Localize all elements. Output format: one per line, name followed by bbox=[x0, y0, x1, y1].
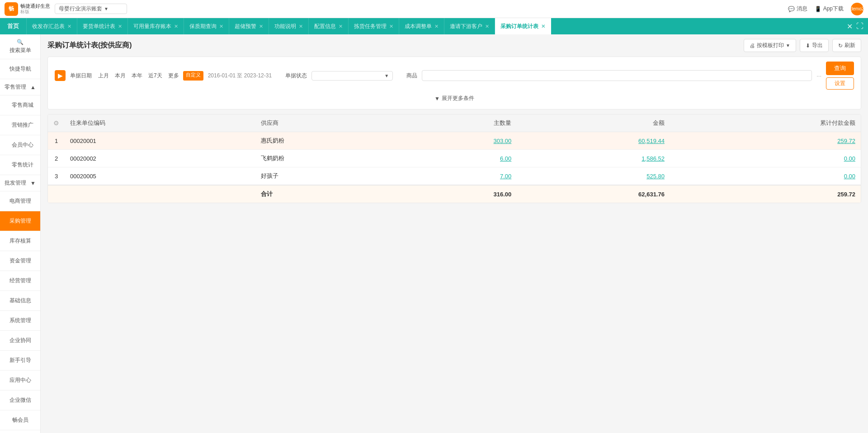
print-icon: 🖨 bbox=[750, 43, 755, 49]
sidebar-item-retail[interactable]: 零售管理 ▲ bbox=[0, 79, 40, 95]
expand-conditions-button[interactable]: ▼ 展开更多条件 bbox=[430, 92, 479, 105]
shortcut-last-month[interactable]: 上月 bbox=[96, 71, 111, 81]
row-code: 00020002 bbox=[65, 150, 255, 167]
refresh-icon: ↻ bbox=[838, 43, 843, 49]
sidebar-item-ecommerce[interactable]: 电商管理 bbox=[0, 191, 40, 211]
sidebar-item-inventory[interactable]: 库存核算 bbox=[0, 231, 40, 251]
tab-income-summary[interactable]: 收发存汇总表 ✕ bbox=[27, 18, 77, 34]
shortcut-7days[interactable]: 近7天 bbox=[146, 71, 164, 81]
goods-filter-input[interactable] bbox=[422, 70, 812, 81]
sidebar-item-operations[interactable]: 经营管理 bbox=[0, 271, 40, 291]
chevron-down-icon: ▼ bbox=[786, 43, 790, 48]
close-icon[interactable]: ✕ bbox=[541, 24, 545, 29]
chevron-up-icon: ▲ bbox=[30, 84, 36, 90]
sidebar-item-vip[interactable]: 畅会员 bbox=[0, 410, 40, 430]
shortcut-this-year[interactable]: 本年 bbox=[130, 71, 144, 81]
filter-row-main: ▶ 单据日期 上月 本月 本年 近7天 更多 自定义 2016-01-01 至 … bbox=[55, 62, 854, 90]
sidebar-item-quick-nav[interactable]: 快捷导航 bbox=[0, 59, 40, 79]
download-icon: 📱 bbox=[815, 6, 821, 12]
table-row[interactable]: 1 00020001 惠氏奶粉 303.00 60,519.44 259.72 bbox=[48, 132, 861, 150]
row-number: 1 bbox=[48, 132, 65, 150]
shortcut-this-month[interactable]: 本月 bbox=[113, 71, 127, 81]
close-icon[interactable]: ✕ bbox=[67, 24, 71, 29]
chevron-down-icon: ▼ bbox=[434, 95, 440, 102]
expand-row: ▼ 展开更多条件 bbox=[55, 92, 854, 105]
data-table: ⚙ 往来单位编码 供应商 主数量 金额 累计付款金额 1 00020001 惠氏… bbox=[48, 114, 861, 203]
close-icon[interactable]: ✕ bbox=[299, 24, 303, 29]
chevron-right-icon: ▼ bbox=[30, 180, 36, 186]
close-icon[interactable]: ✕ bbox=[118, 24, 122, 29]
sidebar-item-member-center[interactable]: 会员中心 bbox=[0, 135, 40, 155]
gear-icon[interactable]: ⚙ bbox=[53, 119, 59, 127]
table-row[interactable]: 2 00020002 飞鹤奶粉 6.00 1,586.52 0.00 bbox=[48, 150, 861, 167]
col-gear: ⚙ bbox=[48, 114, 65, 132]
sidebar-item-retail-stat[interactable]: 零售统计 bbox=[0, 155, 40, 175]
top-bar: 畅 畅捷通好生意 标版 母婴行业演示账套 ▼ 💬 消息 📱 App下载 demo… bbox=[0, 0, 868, 18]
filter-toggle-button[interactable]: ▶ bbox=[55, 70, 66, 81]
sidebar-item-new-guide[interactable]: 新手引导 bbox=[0, 351, 40, 371]
message-icon: 💬 bbox=[788, 6, 795, 12]
row-number: 2 bbox=[48, 150, 65, 167]
message-button[interactable]: 💬 消息 bbox=[788, 5, 807, 13]
sidebar-item-wholesale[interactable]: 批发管理 ▼ bbox=[0, 175, 40, 191]
sidebar-item-cooperation[interactable]: 企业协同 bbox=[0, 331, 40, 351]
app-download-button[interactable]: 📱 App下载 bbox=[815, 5, 844, 13]
row-supplier: 飞鹤奶粉 bbox=[255, 150, 397, 167]
filter-area: ▶ 单据日期 上月 本月 本年 近7天 更多 自定义 2016-01-01 至 … bbox=[47, 57, 861, 109]
sidebar-item-app-center[interactable]: 应用中心 bbox=[0, 371, 40, 390]
sidebar-item-finance[interactable]: 资金管理 bbox=[0, 251, 40, 271]
status-filter-label: 单据状态 bbox=[285, 72, 307, 80]
tab-home[interactable]: 首页 bbox=[0, 18, 27, 34]
close-icon[interactable]: ✕ bbox=[339, 24, 343, 29]
avatar[interactable]: demo2 bbox=[851, 3, 863, 15]
page-header: 采购订单统计表(按供应商) 🖨 按模板打印 ▼ ⬇ 导出 ↻ 刷新 bbox=[47, 39, 861, 52]
close-icon[interactable]: ✕ bbox=[485, 24, 489, 29]
close-icon[interactable]: ✕ bbox=[174, 24, 178, 29]
tab-purchase-summary[interactable]: 采购订单统计表 ✕ bbox=[495, 18, 551, 34]
tab-expiry-query[interactable]: 保质期查询 ✕ bbox=[184, 18, 229, 34]
col-paid: 累计付款金额 bbox=[670, 114, 861, 132]
tab-func-desc[interactable]: 功能说明 ✕ bbox=[269, 18, 309, 34]
print-button[interactable]: 🖨 按模板打印 ▼ bbox=[744, 39, 796, 52]
tab-overstock-alert[interactable]: 超储预警 ✕ bbox=[229, 18, 269, 34]
sidebar: 🔍 搜索菜单 快捷导航 零售管理 ▲ 零售商城 营销推广 会员中心 零售统计 批… bbox=[0, 34, 41, 433]
tab-order-summary[interactable]: 要货单统计表 ✕ bbox=[77, 18, 128, 34]
row-supplier: 惠氏奶粉 bbox=[255, 132, 397, 150]
sidebar-item-system[interactable]: 系统管理 bbox=[0, 311, 40, 331]
row-amount: 1,586.52 bbox=[517, 150, 670, 167]
maximize-button[interactable]: ⛶ bbox=[856, 22, 863, 30]
status-filter-select[interactable]: ▼ bbox=[311, 71, 393, 81]
row-code: 00020001 bbox=[65, 132, 255, 150]
sidebar-item-basic-info[interactable]: 基础信息 bbox=[0, 291, 40, 311]
tab-cost-adjust[interactable]: 成本调整单 ✕ bbox=[399, 18, 444, 34]
tab-invite-downstream[interactable]: 邀请下游客户 ✕ bbox=[444, 18, 495, 34]
sidebar-item-marketing[interactable]: 营销推广 bbox=[0, 115, 40, 135]
setting-button[interactable]: 设置 bbox=[826, 77, 854, 90]
close-icon[interactable]: ✕ bbox=[259, 24, 263, 29]
close-icon[interactable]: ✕ bbox=[389, 24, 393, 29]
export-button[interactable]: ⬇ 导出 bbox=[800, 39, 829, 52]
tab-config-info[interactable]: 配置信息 ✕ bbox=[309, 18, 349, 34]
refresh-button[interactable]: ↻ 刷新 bbox=[832, 39, 861, 52]
logo-icon: 畅 bbox=[5, 2, 18, 16]
more-filter-icon[interactable]: ··· bbox=[816, 72, 821, 79]
store-selector[interactable]: 母婴行业演示账套 ▼ bbox=[55, 4, 127, 14]
sidebar-item-enterprise-wechat[interactable]: 企业微信 bbox=[0, 390, 40, 410]
sidebar-item-purchase[interactable]: 采购管理 bbox=[0, 211, 40, 231]
chevron-down-icon: ▼ bbox=[384, 73, 389, 78]
date-shortcuts: 上月 本月 本年 近7天 更多 自定义 bbox=[96, 71, 203, 81]
footer-amount: 62,631.76 bbox=[517, 185, 670, 203]
query-button[interactable]: 查询 bbox=[826, 62, 854, 75]
close-tab-button[interactable]: ✕ bbox=[847, 22, 853, 31]
close-icon[interactable]: ✕ bbox=[434, 24, 439, 29]
sidebar-item-retail-store[interactable]: 零售商城 bbox=[0, 95, 40, 115]
sidebar-item-search[interactable]: 🔍 搜索菜单 bbox=[0, 34, 40, 59]
shortcut-more[interactable]: 更多 bbox=[166, 71, 181, 81]
close-icon[interactable]: ✕ bbox=[219, 24, 223, 29]
main-layout: 🔍 搜索菜单 快捷导航 零售管理 ▲ 零售商城 营销推广 会员中心 零售统计 批… bbox=[0, 34, 868, 433]
tab-pickup-task[interactable]: 拣货任务管理 ✕ bbox=[349, 18, 399, 34]
date-range-display: 2016-01-01 至 2023-12-31 bbox=[208, 72, 272, 80]
table-row[interactable]: 3 00020005 好孩子 7.00 525.80 0.00 bbox=[48, 167, 861, 186]
row-qty: 303.00 bbox=[397, 132, 517, 150]
tab-available-stock[interactable]: 可用量库存账本 ✕ bbox=[128, 18, 184, 34]
